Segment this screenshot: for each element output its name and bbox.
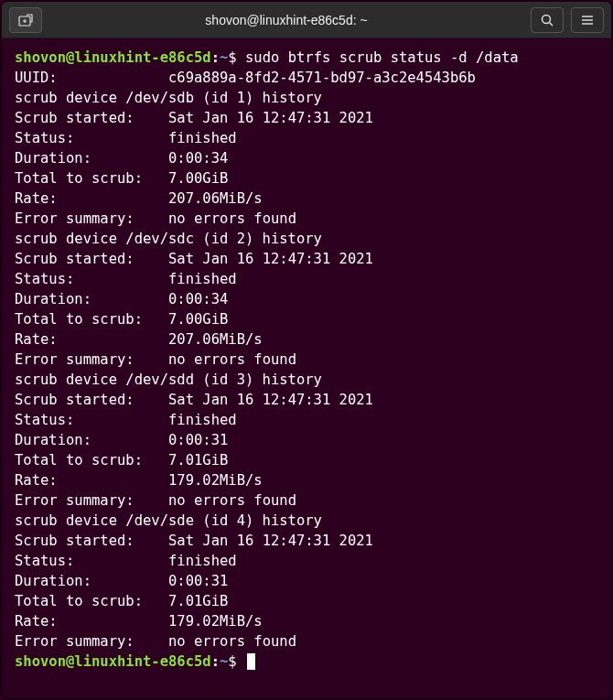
status-value: finished (168, 412, 237, 428)
prompt-symbol: $ (228, 653, 236, 670)
search-button[interactable] (531, 7, 564, 33)
prompt-colon: : (211, 653, 220, 670)
status-label: Status: (15, 271, 168, 287)
error-value: no errors found (168, 210, 296, 227)
started-label: Scrub started: (15, 392, 168, 408)
status-value: finished (168, 130, 237, 146)
titlebar: shovon@linuxhint-e86c5d: ~ (2, 2, 611, 38)
device-header: scrub device /dev/sdb (id 1) history (15, 90, 322, 106)
menu-button[interactable] (571, 7, 604, 33)
status-label: Status: (15, 130, 168, 146)
command-text: sudo btrfs scrub status -d /data (245, 49, 519, 66)
status-label: Status: (15, 412, 168, 428)
svg-point-3 (543, 15, 551, 23)
started-value: Sat Jan 16 12:47:31 2021 (168, 251, 373, 267)
uuid-value: c69a889a-8fd2-4571-bd97-a3c2e4543b6b (168, 70, 476, 86)
duration-value: 0:00:34 (168, 150, 228, 167)
search-icon (541, 14, 554, 27)
terminal-output[interactable]: shovon@linuxhint-e86c5d:~$ sudo btrfs sc… (2, 38, 611, 681)
status-label: Status: (15, 553, 168, 569)
error-label: Error summary: (15, 351, 168, 368)
rate-label: Rate: (15, 472, 168, 489)
total-value: 7.00GiB (168, 311, 228, 328)
status-value: finished (168, 553, 237, 569)
total-value: 7.01GiB (168, 593, 228, 609)
rate-value: 179.02MiB/s (168, 472, 263, 489)
device-header: scrub device /dev/sdc (id 2) history (15, 231, 322, 247)
prompt-colon: : (211, 49, 220, 66)
error-label: Error summary: (15, 633, 168, 650)
error-value: no errors found (168, 351, 296, 368)
uuid-label: UUID: (15, 70, 168, 86)
svg-line-4 (550, 22, 554, 26)
started-label: Scrub started: (15, 110, 168, 126)
device-header: scrub device /dev/sdd (id 3) history (15, 372, 322, 388)
started-label: Scrub started: (15, 533, 168, 549)
duration-label: Duration: (15, 573, 168, 589)
new-tab-button[interactable] (9, 7, 42, 33)
total-label: Total to scrub: (15, 452, 168, 468)
started-value: Sat Jan 16 12:47:31 2021 (168, 533, 373, 549)
new-tab-icon (18, 14, 33, 27)
duration-value: 0:00:34 (168, 291, 228, 307)
window-title: shovon@linuxhint-e86c5d: ~ (49, 13, 523, 27)
total-value: 7.00GiB (168, 170, 228, 187)
rate-label: Rate: (15, 613, 168, 630)
total-value: 7.01GiB (168, 452, 228, 468)
total-label: Total to scrub: (15, 170, 168, 187)
started-label: Scrub started: (15, 251, 168, 267)
started-value: Sat Jan 16 12:47:31 2021 (168, 110, 373, 126)
rate-value: 207.06MiB/s (168, 190, 263, 207)
error-label: Error summary: (15, 210, 168, 227)
hamburger-icon (581, 15, 594, 26)
rate-label: Rate: (15, 331, 168, 348)
device-header: scrub device /dev/sde (id 4) history (15, 512, 322, 529)
prompt-path: ~ (220, 653, 228, 670)
total-label: Total to scrub: (15, 311, 168, 328)
duration-value: 0:00:31 (168, 573, 228, 589)
error-value: no errors found (168, 633, 296, 650)
cursor (247, 653, 255, 670)
duration-label: Duration: (15, 150, 168, 167)
prompt-user-host: shovon@linuxhint-e86c5d (15, 653, 211, 670)
error-value: no errors found (168, 492, 296, 509)
prompt-symbol: $ (228, 49, 236, 66)
rate-label: Rate: (15, 190, 168, 207)
total-label: Total to scrub: (15, 593, 168, 609)
error-label: Error summary: (15, 492, 168, 509)
duration-label: Duration: (15, 432, 168, 448)
rate-value: 179.02MiB/s (168, 613, 263, 630)
started-value: Sat Jan 16 12:47:31 2021 (168, 392, 373, 408)
duration-label: Duration: (15, 291, 168, 307)
prompt-path: ~ (220, 49, 228, 66)
duration-value: 0:00:31 (168, 432, 228, 448)
status-value: finished (168, 271, 237, 287)
rate-value: 207.06MiB/s (168, 331, 263, 348)
prompt-user-host: shovon@linuxhint-e86c5d (15, 49, 211, 66)
